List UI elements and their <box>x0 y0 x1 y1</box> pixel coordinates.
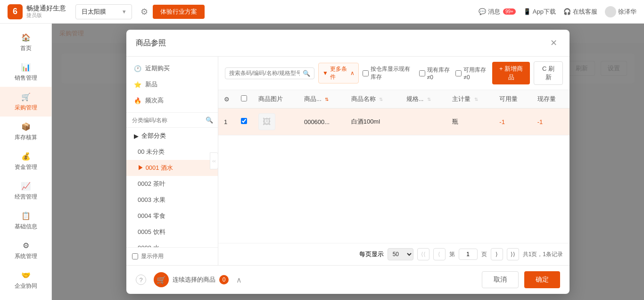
page-number-input[interactable] <box>459 249 478 260</box>
col-stock: 现存量 <box>532 90 570 108</box>
modal-close-btn[interactable]: ✕ <box>547 36 560 50</box>
classify-search-area: 🔍 <box>126 113 218 128</box>
logo-area: 6 畅捷通好生意 捷员版 <box>8 4 66 19</box>
inventory-icon: 📦 <box>21 121 31 132</box>
home-icon: 🏠 <box>21 32 31 42</box>
per-page-select[interactable]: 50 10 20 100 <box>388 248 413 260</box>
usable-stock-checkbox[interactable] <box>455 70 462 76</box>
show-disabled-label[interactable]: 显示停用 <box>132 252 212 260</box>
category-liquor[interactable]: ▶ 0001 酒水 <box>126 160 218 176</box>
quick-filter-recent[interactable]: 🕐 近期购买 <box>126 60 218 76</box>
confirm-btn[interactable]: 确定 <box>524 271 560 288</box>
sidebar-item-guide[interactable]: 🎯 新手引导 <box>0 295 51 300</box>
brand-sub: 捷员版 <box>26 12 66 19</box>
modal-header: 商品参照 ✕ <box>126 30 570 57</box>
product-image: 🖼 <box>258 113 275 130</box>
panel-collapse-btn[interactable]: ‹‹ <box>210 152 218 169</box>
col-image: 商品图片 <box>253 90 298 108</box>
row-image-cell: 🖼 <box>253 108 298 135</box>
usable-stock-checkbox-label[interactable]: 可用库存≠0 <box>455 66 488 81</box>
sidebar-item-purchase[interactable]: 🛒 采购管理 <box>0 87 51 117</box>
pagination: 每页显示 50 10 20 100 ⟨⟨ ⟨ 第 页 <box>218 243 570 265</box>
footer-collapse-icon[interactable]: ∧ <box>236 275 242 284</box>
prev-page-btn[interactable]: ⟨ <box>433 248 446 260</box>
column-settings-icon[interactable]: ⚙ <box>224 96 230 103</box>
sidebar: 🏠 首页 📊 销售管理 🛒 采购管理 📦 库存核算 💰 资金管理 📈 经营管理 … <box>0 24 52 300</box>
quick-filter-frequent[interactable]: 🔥 频次高 <box>126 92 218 108</box>
settings-nav-btn[interactable]: ⚙ <box>136 4 153 20</box>
add-product-btn[interactable]: + 新增商品 <box>492 62 530 84</box>
frequent-icon: 🔥 <box>134 97 141 104</box>
sidebar-item-home[interactable]: 🏠 首页 <box>0 27 51 57</box>
available-stock-checkbox-label[interactable]: 现有库存≠0 <box>419 66 452 81</box>
col-name: 商品名称 ⇅ <box>346 90 401 108</box>
category-drink[interactable]: 0005 饮料 <box>126 224 218 240</box>
row-spec <box>401 108 447 135</box>
sort-unit-icon[interactable]: ⇅ <box>474 97 478 102</box>
row-checkbox[interactable] <box>241 118 247 124</box>
app-download-btn[interactable]: 📱 App下载 <box>523 8 556 16</box>
product-table-container: ⚙ 商品图片 <box>218 90 570 243</box>
online-service-btn[interactable]: 🎧 在线客服 <box>563 8 597 16</box>
cart-area: 🛒 连续选择的商品 0 <box>154 272 229 287</box>
category-snack[interactable]: 0004 零食 <box>126 208 218 224</box>
cooperation-icon: 🤝 <box>21 270 31 280</box>
headset-icon: 🎧 <box>563 8 571 15</box>
warehouse-stock-checkbox-label[interactable]: 按仓库显示现有库存 <box>363 65 415 81</box>
sidebar-item-sales[interactable]: 📊 销售管理 <box>0 57 51 87</box>
content-area: 采购管理 查询 刷新 设置 商品参照 ✕ <box>52 24 644 300</box>
category-all[interactable]: ▶ 全部分类 <box>126 128 218 144</box>
phone-icon: 📱 <box>523 8 531 15</box>
toolbar: 🔍 ▼ 更多条件 ∧ 按仓库显示现有库存 <box>218 57 570 90</box>
filter-icon: ▼ <box>322 70 328 76</box>
message-icon: 💬 <box>479 8 486 15</box>
sort-name-icon[interactable]: ⇅ <box>379 97 383 102</box>
available-stock-checkbox[interactable] <box>419 70 425 76</box>
first-page-btn[interactable]: ⟨⟨ <box>417 248 429 260</box>
help-icon[interactable]: ? <box>136 275 146 285</box>
category-water[interactable]: 0008 水 <box>126 240 218 247</box>
cancel-btn[interactable]: 取消 <box>482 271 519 288</box>
product-search-input[interactable] <box>229 70 300 76</box>
nav-right: 💬 消息 99+ 📱 App下载 🎧 在线客服 徐泽华 <box>479 6 636 17</box>
refresh-btn[interactable]: C 刷新 <box>534 61 563 85</box>
sidebar-item-basic-info[interactable]: 📋 基础信息 <box>0 206 51 235</box>
category-expand-icon: ▶ <box>134 133 139 140</box>
category-unclassified[interactable]: 00 未分类 <box>126 144 218 160</box>
category-fruit[interactable]: 0003 水果 <box>126 192 218 208</box>
table-row[interactable]: 1 🖼 000600... 白酒100ml <box>218 108 570 135</box>
show-disabled-checkbox[interactable] <box>132 253 138 259</box>
sidebar-item-inventory[interactable]: 📦 库存核算 <box>0 117 51 146</box>
row-unit: 瓶 <box>446 108 494 135</box>
next-page-btn[interactable]: ⟩ <box>491 248 503 260</box>
purchase-icon: 🛒 <box>21 92 31 102</box>
brand-name: 畅捷通好生意 <box>26 4 66 12</box>
operations-icon: 📈 <box>21 181 31 191</box>
per-page-label: 每页显示 <box>359 250 384 258</box>
classify-search-input[interactable] <box>132 117 203 124</box>
classify-search-icon[interactable]: 🔍 <box>206 117 213 124</box>
sidebar-item-system[interactable]: ⚙ 系统管理 <box>0 235 51 265</box>
user-area[interactable]: 徐泽华 <box>605 6 636 17</box>
warehouse-stock-checkbox[interactable] <box>363 70 369 76</box>
sidebar-item-cooperation[interactable]: 🤝 企业协同 <box>0 265 51 295</box>
quick-filter-new[interactable]: ⭐ 新品 <box>126 76 218 92</box>
cart-icon[interactable]: 🛒 <box>154 272 169 287</box>
page-unit-label: 页 <box>481 250 487 258</box>
row-checkbox-cell <box>235 108 253 135</box>
continuous-label: 连续选择的商品 <box>173 275 215 284</box>
sort-spec-icon[interactable]: ⇅ <box>427 97 431 102</box>
experience-btn[interactable]: 体验行业方案 <box>153 5 205 19</box>
select-all-checkbox[interactable] <box>241 95 247 101</box>
sidebar-item-finance[interactable]: 💰 资金管理 <box>0 146 51 176</box>
chevron-down-icon: ▾ <box>123 8 126 15</box>
category-tea[interactable]: 0002 茶叶 <box>126 176 218 192</box>
search-icon[interactable]: 🔍 <box>303 70 310 77</box>
store-selector[interactable]: 日太阳膜 ▾ <box>75 4 132 19</box>
finance-icon: 💰 <box>21 151 31 161</box>
more-filter-btn[interactable]: ▼ 更多条件 ∧ <box>318 63 359 83</box>
message-btn[interactable]: 💬 消息 99+ <box>479 8 516 16</box>
sort-code-icon[interactable]: ⇅ <box>325 97 329 102</box>
sidebar-item-operations[interactable]: 📈 经营管理 <box>0 176 51 206</box>
last-page-btn[interactable]: ⟩⟩ <box>507 248 519 260</box>
